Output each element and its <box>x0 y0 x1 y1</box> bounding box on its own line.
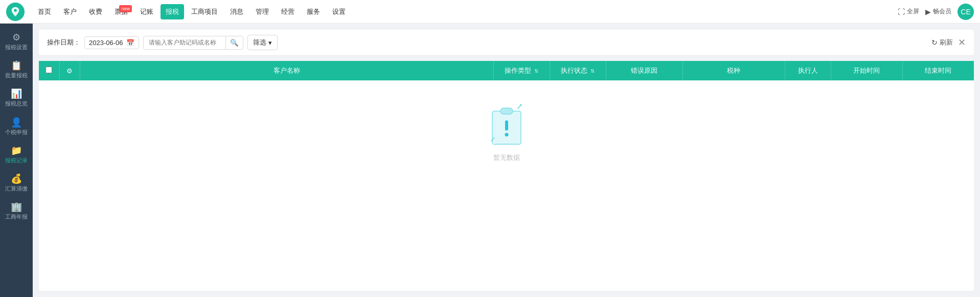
logo[interactable] <box>6 3 25 21</box>
nav-item-服务[interactable]: 服务 <box>302 4 325 19</box>
chevron-down-icon: ▾ <box>268 39 272 47</box>
nav-item-工商项目[interactable]: 工商项目 <box>186 4 223 19</box>
svg-rect-3 <box>505 120 508 131</box>
sidebar-item-报税设置[interactable]: ⚙报税设置 <box>0 28 33 56</box>
search-button[interactable]: 🔍 <box>225 36 243 49</box>
sidebar-icon: 👤 <box>11 118 22 127</box>
svg-rect-2 <box>500 108 513 114</box>
sidebar-icon: 📊 <box>11 89 22 98</box>
status-sort-icon: ⇅ <box>590 68 595 74</box>
th-settings[interactable]: ⚙ <box>59 61 80 80</box>
nav-items: 首页客户收费票据new记账报税工商项目消息管理经营服务设置 <box>33 4 898 19</box>
empty-text: 暂无数据 <box>493 153 520 162</box>
optype-sort-icon: ⇅ <box>534 68 538 74</box>
th-error: 错误原因 <box>606 61 682 80</box>
sidebar-label: 个税申报 <box>5 129 28 136</box>
search-input[interactable] <box>144 36 225 49</box>
nav-item-客户[interactable]: 客户 <box>58 4 82 19</box>
member-btn[interactable]: ▶ 畅会员 <box>925 7 951 16</box>
date-picker[interactable]: 2023-06-06 📅 <box>84 36 139 49</box>
th-starttime: 开始时间 <box>831 61 902 80</box>
main-content: 操作日期： 2023-06-06 📅 🔍 筛选 ▾ ↻ 刷新 ✕ <box>33 24 980 297</box>
filter-button[interactable]: 筛选 ▾ <box>247 35 278 50</box>
th-endtime: 结束时间 <box>902 61 974 80</box>
filter-bar: 操作日期： 2023-06-06 📅 🔍 筛选 ▾ ↻ 刷新 ✕ <box>39 30 974 56</box>
svg-point-6 <box>520 104 522 106</box>
filter-bar-right: ↻ 刷新 ✕ <box>931 38 966 47</box>
sidebar-item-报税记录[interactable]: 📁报税记录 <box>0 141 33 169</box>
sidebar-item-工商年报[interactable]: 🏢工商年报 <box>0 197 33 225</box>
sidebar-icon: ⚙ <box>12 33 20 42</box>
main-layout: ⚙报税设置📋批量报税📊报税总览👤个税申报📁报税记录💰汇算清缴🏢工商年报 操作日期… <box>0 24 980 297</box>
sidebar-item-汇算清缴[interactable]: 💰汇算清缴 <box>0 169 33 197</box>
svg-point-0 <box>14 9 17 12</box>
close-button[interactable]: ✕ <box>958 38 966 47</box>
sidebar: ⚙报税设置📋批量报税📊报税总览👤个税申报📁报税记录💰汇算清缴🏢工商年报 <box>0 24 33 297</box>
sidebar-icon: 💰 <box>11 174 22 183</box>
select-all-checkbox[interactable] <box>45 67 52 73</box>
sidebar-label: 报税设置 <box>5 44 28 51</box>
svg-point-4 <box>505 133 508 137</box>
nav-item-票据[interactable]: 票据new <box>109 4 133 19</box>
sidebar-icon: 🏢 <box>11 202 22 211</box>
search-wrap: 🔍 <box>143 36 243 50</box>
nav-right: ⛶ 全屏 ▶ 畅会员 CE <box>898 4 974 20</box>
data-table: ⚙ 客户名称 操作类型 ⇅ 执行状态 ⇅ 错误原因 <box>39 61 974 183</box>
th-taxtype: 税种 <box>682 61 785 80</box>
th-executor: 执行人 <box>785 61 831 80</box>
avatar[interactable]: CE <box>958 4 974 20</box>
sidebar-label: 汇算清缴 <box>5 185 28 192</box>
calendar-icon: 📅 <box>126 39 134 47</box>
sidebar-item-批量报税[interactable]: 📋批量报税 <box>0 56 33 84</box>
nav-item-报税[interactable]: 报税 <box>161 4 184 19</box>
date-label: 操作日期： <box>47 38 80 47</box>
sidebar-item-个税申报[interactable]: 👤个税申报 <box>0 113 33 141</box>
table-body: 暂无数据 <box>39 80 974 183</box>
table-header: ⚙ 客户名称 操作类型 ⇅ 执行状态 ⇅ 错误原因 <box>39 61 974 80</box>
refresh-icon: ↻ <box>931 38 938 47</box>
sidebar-label: 报税记录 <box>5 157 28 164</box>
refresh-button[interactable]: ↻ 刷新 <box>931 38 953 47</box>
th-status[interactable]: 执行状态 ⇅ <box>550 61 606 80</box>
nav-item-消息[interactable]: 消息 <box>225 4 248 19</box>
nav-item-首页[interactable]: 首页 <box>33 4 56 19</box>
nav-item-设置[interactable]: 设置 <box>327 4 351 19</box>
empty-state: 暂无数据 <box>39 80 974 183</box>
sidebar-label: 报税总览 <box>5 100 28 107</box>
top-navigation: 首页客户收费票据new记账报税工商项目消息管理经营服务设置 ⛶ 全屏 ▶ 畅会员… <box>0 0 980 24</box>
sidebar-item-报税总览[interactable]: 📊报税总览 <box>0 84 33 112</box>
nav-badge: new <box>119 5 132 13</box>
th-customer: 客户名称 <box>80 61 493 80</box>
th-checkbox <box>39 61 59 80</box>
nav-item-收费[interactable]: 收费 <box>84 4 107 19</box>
nav-item-管理[interactable]: 管理 <box>250 4 274 19</box>
sidebar-icon: 📁 <box>11 146 22 155</box>
th-optype[interactable]: 操作类型 ⇅ <box>493 61 550 80</box>
empty-illustration <box>486 101 527 147</box>
table-wrap: ⚙ 客户名称 操作类型 ⇅ 执行状态 ⇅ 错误原因 <box>39 61 974 291</box>
nav-item-经营[interactable]: 经营 <box>276 4 300 19</box>
sidebar-label: 批量报税 <box>5 72 28 79</box>
sidebar-label: 工商年报 <box>5 214 28 220</box>
nav-item-记账[interactable]: 记账 <box>135 4 158 19</box>
fullscreen-btn[interactable]: ⛶ 全屏 <box>898 7 919 16</box>
sidebar-icon: 📋 <box>11 61 22 70</box>
